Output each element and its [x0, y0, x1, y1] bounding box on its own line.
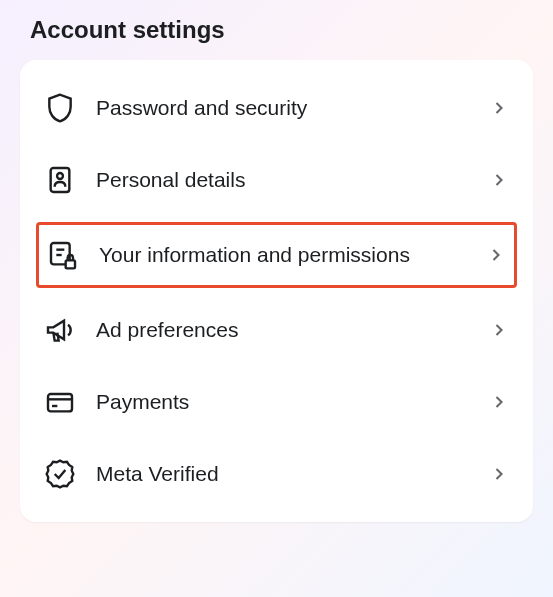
shield-icon [44, 92, 76, 124]
chevron-right-icon [489, 320, 509, 340]
chevron-right-icon [489, 464, 509, 484]
settings-item-label: Payments [96, 388, 489, 415]
document-lock-icon [47, 239, 79, 271]
chevron-right-icon [489, 170, 509, 190]
settings-card: Password and security Personal details [20, 60, 533, 522]
credit-card-icon [44, 386, 76, 418]
settings-item-label: Your information and permissions [99, 241, 486, 268]
settings-item-label: Personal details [96, 166, 489, 193]
id-card-icon [44, 164, 76, 196]
settings-item-meta-verified[interactable]: Meta Verified [20, 438, 533, 510]
settings-item-password-security[interactable]: Password and security [20, 72, 533, 144]
settings-item-label: Password and security [96, 94, 489, 121]
page-title: Account settings [20, 16, 533, 44]
verified-badge-icon [44, 458, 76, 490]
svg-rect-6 [48, 394, 72, 411]
settings-item-payments[interactable]: Payments [20, 366, 533, 438]
svg-point-1 [57, 173, 63, 179]
settings-item-ad-preferences[interactable]: Ad preferences [20, 294, 533, 366]
megaphone-icon [44, 314, 76, 346]
chevron-right-icon [489, 98, 509, 118]
settings-item-label: Ad preferences [96, 316, 489, 343]
chevron-right-icon [486, 245, 506, 265]
settings-item-information-permissions[interactable]: Your information and permissions [36, 222, 517, 288]
settings-item-personal-details[interactable]: Personal details [20, 144, 533, 216]
settings-item-label: Meta Verified [96, 460, 489, 487]
chevron-right-icon [489, 392, 509, 412]
svg-rect-5 [66, 260, 75, 268]
